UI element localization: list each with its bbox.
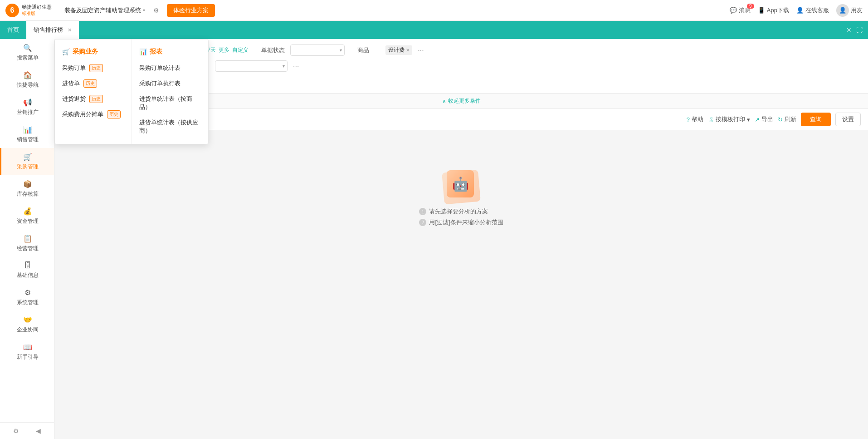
logo-text: 畅捷通好生意 标准版 bbox=[22, 4, 52, 17]
salesman-select[interactable] bbox=[215, 60, 288, 72]
sidebar-collapse-btn[interactable]: ◀ bbox=[36, 427, 41, 434]
help-btn[interactable]: ? 帮助 bbox=[687, 115, 703, 123]
shortcut-more[interactable]: 更多 bbox=[219, 46, 229, 54]
sidebar-item-purchase[interactable]: 🛒 采购管理 bbox=[0, 148, 54, 175]
basic-icon: 🗄 bbox=[24, 261, 31, 270]
purchase-header-icon: 🛒 bbox=[62, 48, 70, 55]
voucher-status-label: 单据状态 bbox=[261, 46, 285, 54]
tab-maximize-icon[interactable]: ⛶ bbox=[854, 25, 864, 35]
sidebar-item-inventory[interactable]: 📦 库存核算 bbox=[0, 175, 54, 202]
toolbar-right: ? 帮助 🖨 按模板打印 ▾ ↗ 导出 ↻ 刷新 查询 设置 bbox=[687, 113, 861, 126]
date-shortcuts: 近7天 更多 自定义 bbox=[202, 46, 249, 54]
dropdown-item-purchase-receipt[interactable]: 进货单 历史 bbox=[55, 76, 132, 91]
sidebar-item-marketing[interactable]: 📢 营销推广 bbox=[0, 94, 54, 121]
print-icon: 🖨 bbox=[708, 116, 714, 123]
refresh-btn[interactable]: ↻ 刷新 bbox=[778, 115, 796, 123]
sidebar-item-finance[interactable]: 💰 资金管理 bbox=[0, 202, 54, 230]
help-icon: ? bbox=[687, 116, 690, 123]
logo-area: 6 畅捷通好生意 标准版 bbox=[5, 4, 60, 17]
dropdown-item-purchase-cost[interactable]: 采购费用分摊单 历史 bbox=[55, 107, 132, 122]
tab-close-all-icon[interactable]: ✕ bbox=[844, 25, 853, 35]
home-icon: 🏠 bbox=[23, 71, 32, 79]
goods-more-btn[interactable]: ··· bbox=[418, 46, 424, 54]
salesman-select-wrap: ▾ bbox=[215, 60, 288, 72]
avatar: 👤 bbox=[836, 4, 849, 17]
shortcut-custom[interactable]: 自定义 bbox=[232, 46, 249, 54]
dropdown-col-report: 📊 报表 采购订单统计表 采购订单执行表 进货单统计表（按商品） 进货单统计表（… bbox=[132, 39, 209, 144]
app-download-btn[interactable]: 📱 App下载 bbox=[758, 6, 789, 15]
tab-bar: 首页 销售排行榜 ✕ ✕ ⛶ bbox=[0, 21, 868, 39]
empty-hint-2: 2 用[过滤]条件来缩小分析范围 bbox=[419, 218, 503, 227]
phone-icon: 📱 bbox=[758, 7, 765, 14]
system-title: 装备及固定资产辅助管理系统 ▾ bbox=[64, 6, 145, 15]
marketing-icon: 📢 bbox=[23, 98, 32, 107]
sidebar-item-search[interactable]: 🔍 搜索菜单 bbox=[0, 39, 54, 66]
history-badge-1: 历史 bbox=[83, 79, 97, 88]
export-btn[interactable]: ↗ 导出 bbox=[755, 115, 773, 123]
dropdown-col-purchase: 🛒 采购业务 采购订单 历史 进货单 历史 进货退货 历史 采购费用分摊单 历史 bbox=[55, 39, 132, 144]
dropdown-item-receipt-goods[interactable]: 进货单统计表（按商品） bbox=[132, 91, 209, 115]
dropdown-header-purchase: 🛒 采购业务 bbox=[55, 45, 132, 60]
history-badge-3: 历史 bbox=[107, 110, 121, 118]
inventory-icon: 📦 bbox=[23, 180, 32, 188]
report-header-icon: 📊 bbox=[139, 48, 147, 55]
set-button[interactable]: 设置 bbox=[835, 113, 861, 126]
empty-robot-icon: 🤖 bbox=[447, 170, 474, 197]
sales-icon: 📊 bbox=[23, 125, 32, 134]
hint-num-2: 2 bbox=[419, 219, 426, 226]
tab-home[interactable]: 首页 bbox=[0, 21, 26, 39]
dropdown-item-order-exec[interactable]: 采购订单执行表 bbox=[132, 76, 209, 91]
sidebar-item-guide[interactable]: 📖 新手引导 bbox=[0, 338, 54, 365]
export-icon: ↗ bbox=[755, 116, 760, 123]
history-badge-0: 历史 bbox=[89, 64, 103, 72]
industry-btn[interactable]: 体验行业方案 bbox=[167, 4, 215, 17]
sidebar-item-system[interactable]: ⚙ 系统管理 bbox=[0, 284, 54, 311]
sidebar-bottom: ⚙ ◀ bbox=[0, 422, 54, 439]
empty-hint-1: 1 请先选择要分析的方案 bbox=[419, 207, 503, 216]
tab-close-icon[interactable]: ✕ bbox=[68, 27, 72, 33]
dropdown-menu: 🛒 采购业务 采购订单 历史 进货单 历史 进货退货 历史 采购费用分摊单 历史… bbox=[54, 39, 209, 144]
finance-icon: 💰 bbox=[23, 207, 32, 216]
hint-num-1: 1 bbox=[419, 208, 426, 215]
refresh-icon: ↻ bbox=[778, 116, 783, 123]
top-bar: 6 畅捷通好生意 标准版 装备及固定资产辅助管理系统 ▾ ⚙ 体验行业方案 💬 … bbox=[0, 0, 868, 21]
online-service-btn[interactable]: 👤 在线客服 bbox=[796, 6, 829, 15]
service-icon: 👤 bbox=[796, 7, 804, 14]
print-arrow: ▾ bbox=[747, 116, 750, 123]
coop-icon: 🤝 bbox=[23, 316, 32, 324]
dropdown-item-purchase-return[interactable]: 进货退货 历史 bbox=[55, 91, 132, 107]
voucher-status-select[interactable] bbox=[290, 44, 345, 56]
logo-icon: 6 bbox=[5, 4, 19, 17]
sidebar-item-sales[interactable]: 📊 销售管理 bbox=[0, 121, 54, 148]
collapse-up-icon: ∧ bbox=[442, 98, 446, 104]
dropdown-item-purchase-order[interactable]: 采购订单 历史 bbox=[55, 60, 132, 76]
print-btn[interactable]: 🖨 按模板打印 ▾ bbox=[708, 115, 750, 123]
guide-icon: 📖 bbox=[23, 343, 32, 351]
dropdown-item-order-stat[interactable]: 采购订单统计表 bbox=[132, 60, 209, 76]
sidebar-item-basic[interactable]: 🗄 基础信息 bbox=[0, 257, 54, 284]
message-icon: 💬 bbox=[730, 7, 737, 14]
user-btn[interactable]: 👤 用友 bbox=[836, 4, 863, 17]
system-title-arrow[interactable]: ▾ bbox=[143, 8, 145, 13]
goods-label: 商品 bbox=[357, 46, 380, 54]
goods-tag: 设计费 ✕ bbox=[385, 45, 412, 55]
voucher-status-select-wrap: ▾ bbox=[290, 44, 345, 56]
tab-bar-controls: ✕ ⛶ bbox=[844, 25, 868, 35]
salesman-more-btn[interactable]: ··· bbox=[293, 62, 299, 70]
goods-tag-remove[interactable]: ✕ bbox=[406, 48, 410, 53]
sidebar-settings-btn[interactable]: ⚙ bbox=[13, 427, 19, 434]
dropdown-header-report: 📊 报表 bbox=[132, 45, 209, 60]
tab-sales-ranking[interactable]: 销售排行榜 ✕ bbox=[26, 21, 79, 39]
dropdown-item-receipt-supplier[interactable]: 进货单统计表（按供应商） bbox=[132, 115, 209, 138]
query-button[interactable]: 查询 bbox=[801, 113, 831, 126]
sidebar-item-quick[interactable]: 🏠 快捷导航 bbox=[0, 66, 54, 94]
purchase-icon: 🛒 bbox=[23, 153, 32, 161]
sidebar-item-operation[interactable]: 📋 经营管理 bbox=[0, 230, 54, 257]
settings-icon-btn[interactable]: ⚙ bbox=[150, 4, 162, 17]
empty-state: 🤖 1 请先选择要分析的方案 2 用[过滤]条件来缩小分析范围 bbox=[54, 130, 868, 263]
sidebar: 🔍 搜索菜单 🏠 快捷导航 📢 营销推广 📊 销售管理 🛒 采购管理 📦 库存核… bbox=[0, 39, 54, 439]
messages-btn[interactable]: 💬 消息 9 bbox=[730, 6, 751, 15]
system-icon: ⚙ bbox=[24, 288, 31, 297]
sidebar-item-coop[interactable]: 🤝 企业协同 bbox=[0, 311, 54, 338]
operation-icon: 📋 bbox=[23, 234, 32, 243]
